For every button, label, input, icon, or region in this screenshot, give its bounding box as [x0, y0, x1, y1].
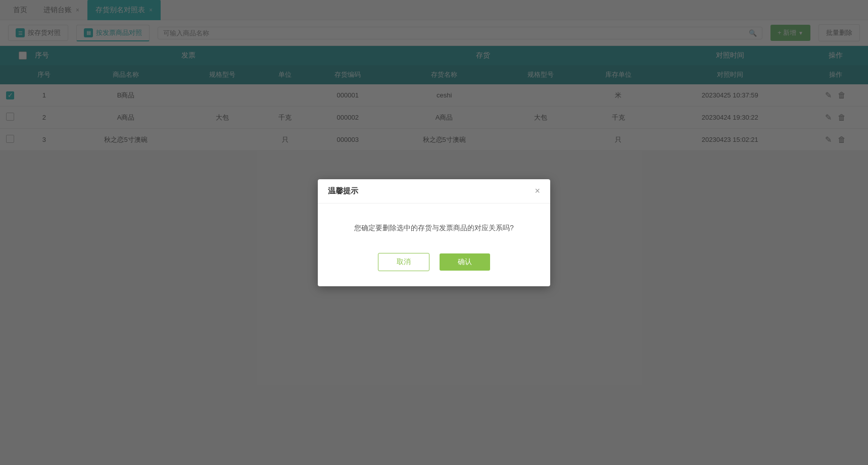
dialog-overlay: 温馨提示 × 您确定要删除选中的存货与发票商品的对应关系吗? 取消 确认 [0, 0, 868, 151]
